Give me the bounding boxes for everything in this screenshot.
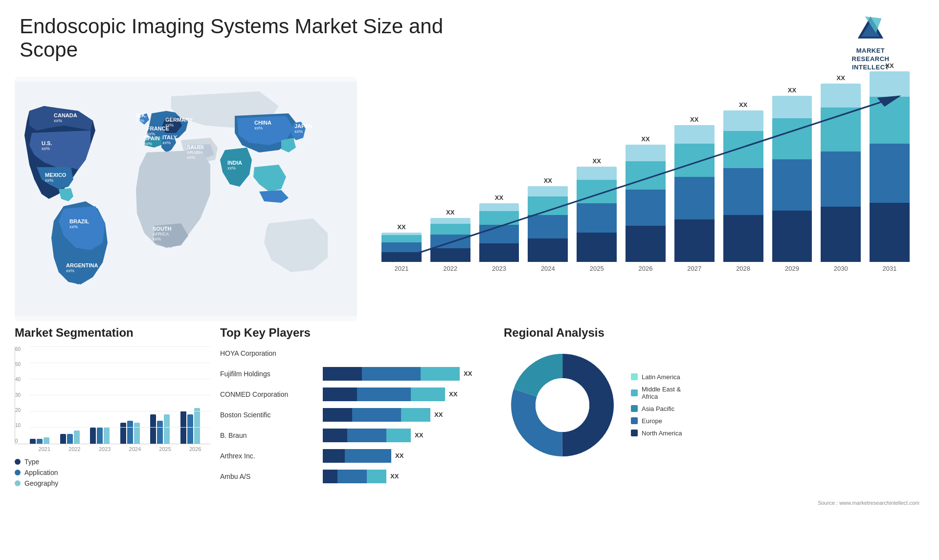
player-name-bbraun: B. Braun <box>220 431 318 439</box>
bar-2027: XX 2027 <box>674 116 715 272</box>
player-row-boston: Boston Scientific XX <box>220 408 494 422</box>
top-section: CANADA xx% U.S. xx% MEXICO xx% BRAZIL xx… <box>0 77 939 321</box>
legend-color-latin <box>631 373 638 380</box>
svg-text:SOUTH: SOUTH <box>153 226 172 232</box>
legend-north-america: North America <box>631 430 682 437</box>
player-val-boston: XX <box>434 411 443 418</box>
legend-dot-type <box>15 459 21 465</box>
seg-bar-type-2023 <box>90 428 96 444</box>
svg-text:xx%: xx% <box>165 123 174 128</box>
bar-label-2027: XX <box>690 116 698 123</box>
bar-year-2028: 2028 <box>736 265 750 272</box>
player-val-fujifilm: XX <box>464 370 472 377</box>
legend-label-geography: Geography <box>24 479 58 487</box>
bar-label-2023: XX <box>495 194 503 201</box>
players-title: Top Key Players <box>220 326 494 340</box>
legend-label-apac: Asia Pacific <box>642 405 674 412</box>
segmentation-title: Market Segmentation <box>15 326 210 340</box>
seg-bar-type-2024 <box>120 423 126 444</box>
svg-text:xx%: xx% <box>294 129 303 134</box>
seg-bar-app-2025 <box>157 421 163 444</box>
seg-bar-type-2025 <box>150 414 156 444</box>
legend-middle-east: Middle East &Africa <box>631 386 682 400</box>
bar-2026: XX 2026 <box>626 135 666 272</box>
player-bar-bbraun: XX <box>323 429 494 442</box>
svg-text:MEXICO: MEXICO <box>45 172 67 178</box>
svg-text:xx%: xx% <box>227 166 236 171</box>
bar-year-2022: 2022 <box>443 265 457 272</box>
svg-text:xx%: xx% <box>54 118 62 123</box>
bar-2031: XX 2031 <box>870 62 910 272</box>
player-val-ambu: XX <box>390 473 399 480</box>
player-bar-fujifilm: XX <box>323 367 494 381</box>
regional-title: Regional Analysis <box>504 326 924 340</box>
bar-2025: XX 2025 <box>577 157 617 272</box>
svg-text:xx%: xx% <box>45 178 53 183</box>
svg-text:ARGENTINA: ARGENTINA <box>66 262 98 268</box>
svg-text:xx%: xx% <box>254 126 263 130</box>
svg-text:xx%: xx% <box>162 140 171 145</box>
bar-year-2025: 2025 <box>590 265 604 272</box>
svg-text:AFRICA: AFRICA <box>153 232 169 237</box>
seg-bar-type-2021 <box>30 439 36 444</box>
seg-bar-app-2023 <box>97 428 103 444</box>
legend-geography: Geography <box>15 479 210 487</box>
bar-label-2030: XX <box>837 74 845 82</box>
bar-2023: XX 2023 <box>479 194 519 272</box>
bottom-section: Market Segmentation 60 50 40 30 20 10 0 <box>0 321 939 500</box>
svg-point-43 <box>536 378 589 432</box>
svg-text:U.K.: U.K. <box>136 112 147 118</box>
seg-bar-type-2026 <box>180 411 186 444</box>
bar-year-2029: 2029 <box>785 265 799 272</box>
bar-label-2026: XX <box>641 135 649 143</box>
player-val-conmed: XX <box>449 390 457 398</box>
svg-text:BRAZIL: BRAZIL <box>69 218 89 224</box>
bar-year-2031: 2031 <box>883 265 897 272</box>
bar-label-2028: XX <box>739 101 747 108</box>
legend-dot-application <box>15 470 21 475</box>
legend-dot-geography <box>15 480 21 486</box>
player-bar-ambu: XX <box>323 470 494 483</box>
svg-text:SAUDI: SAUDI <box>187 144 203 150</box>
seg-bar-app-2021 <box>37 439 43 444</box>
page-title: Endoscopic Imaging Systems Market Size a… <box>20 15 460 62</box>
svg-text:CHINA: CHINA <box>254 120 271 126</box>
player-name-ambu: Ambu A/S <box>220 473 318 480</box>
bar-2029: XX 2029 <box>772 86 812 272</box>
legend-color-na <box>631 430 638 436</box>
svg-text:ARABIA: ARABIA <box>187 150 203 155</box>
bar-label-2022: XX <box>446 209 454 216</box>
seg-bar-geo-2023 <box>104 428 110 444</box>
player-bar-hoya <box>323 346 494 360</box>
seg-bar-app-2024 <box>127 421 133 444</box>
source-text: Source : www.marketresearchintellect.com <box>0 500 939 509</box>
legend-asia-pacific: Asia Pacific <box>631 405 682 412</box>
player-row-arthrex: Arthrex Inc. XX <box>220 449 494 463</box>
bar-label-2029: XX <box>788 86 796 94</box>
players-container: Top Key Players HOYA Corporation Fujifil… <box>220 326 494 490</box>
seg-bar-geo-2022 <box>74 431 80 444</box>
seg-bar-app-2022 <box>67 434 73 444</box>
segmentation-legend: Type Application Geography <box>15 458 210 487</box>
player-val-arthrex: XX <box>395 452 403 459</box>
bar-2022: XX 2022 <box>430 209 470 272</box>
bar-2028: XX 2028 <box>723 101 763 272</box>
bar-chart-area: XX 2021 XX <box>377 86 915 272</box>
player-row-fujifilm: Fujifilm Holdings XX <box>220 367 494 381</box>
svg-text:xx%: xx% <box>153 237 161 241</box>
legend-latin-america: Latin America <box>631 373 682 381</box>
bar-2021: XX 2021 <box>381 223 422 272</box>
svg-text:xx%: xx% <box>42 146 50 151</box>
svg-text:xx%: xx% <box>69 224 78 229</box>
legend-color-mea <box>631 389 638 396</box>
seg-bar-geo-2026 <box>194 408 200 444</box>
bar-label-2021: XX <box>397 223 405 231</box>
bar-label-2025: XX <box>592 157 601 165</box>
bar-2024: XX 2024 <box>528 177 568 272</box>
svg-text:xx%: xx% <box>144 141 152 146</box>
bar-year-2021: 2021 <box>394 265 408 272</box>
header: Endoscopic Imaging Systems Market Size a… <box>0 0 939 77</box>
bar-year-2030: 2030 <box>834 265 848 272</box>
player-name-hoya: HOYA Corporation <box>220 349 318 357</box>
legend-type: Type <box>15 458 210 466</box>
